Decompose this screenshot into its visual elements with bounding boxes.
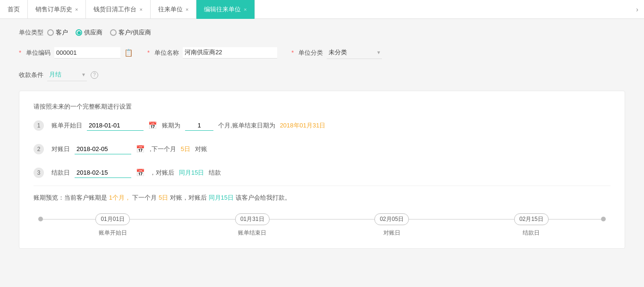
timeline-start-dot (38, 217, 43, 221)
step-3-label: 结款日 (51, 169, 70, 177)
step-1-row: 1 账单开始日 📅 账期为 个月,账单结束日期为 2018年01月31日 (34, 120, 610, 131)
code-required: * (19, 49, 21, 56)
step-3-desc1: ，对账后 (150, 169, 174, 177)
step-1-period-end: 2018年01月31日 (280, 121, 326, 130)
category-dropdown-icon: ▾ (377, 49, 380, 56)
step-1-date-input[interactable] (87, 120, 144, 131)
timeline-node-1: 01月01日 账单开始日 (43, 213, 183, 237)
radio-customer-label: 客户 (56, 28, 68, 37)
tab-bar: 首页 销售订单历史 × 钱货日清工作台 × 往来单位 × 编辑往来单位 × › (0, 0, 644, 19)
tab-sales-history-close[interactable]: × (75, 7, 78, 12)
unit-type-group: 单位类型 客户 供应商 客户/供应商 (19, 28, 151, 37)
step-1-calendar-icon[interactable]: 📅 (148, 121, 157, 130)
tab-edit-partner[interactable]: 编辑往来单位 × (196, 0, 254, 19)
tab-edit-partner-close[interactable]: × (244, 7, 246, 12)
code-name-category-row: * 单位编码 📋 * 单位名称 * 单位分类 未分类 ▾ (19, 46, 625, 59)
code-calendar-icon[interactable]: 📋 (124, 49, 133, 57)
code-input[interactable] (54, 47, 120, 59)
step-1-number: 1 (34, 120, 44, 131)
tab-arrow[interactable]: › (630, 6, 644, 13)
tab-edit-partner-label: 编辑往来单位 (204, 5, 241, 14)
timeline-node-2: 01月31日 账单结束日 (183, 213, 322, 237)
preview-prefix: 账期预览：当前客户账期是 (34, 194, 107, 201)
timeline: 01月01日 账单开始日 01月31日 账单结束日 02月05日 对账日 02月… (34, 213, 610, 237)
unit-type-row: 单位类型 客户 供应商 客户/供应商 (19, 28, 625, 37)
payment-group: 收款条件 月结 ▾ ? (19, 68, 98, 81)
code-group: * 单位编码 📋 (19, 47, 133, 59)
timeline-node-2-label: 账单结束日 (238, 229, 266, 237)
main-content: 单位类型 客户 供应商 客户/供应商 * 单位编码 (0, 19, 644, 258)
step-2-date-input[interactable] (75, 144, 131, 154)
category-label: 单位分类 (298, 49, 323, 57)
preview-orange2: 5日 (159, 194, 168, 201)
preview-section: 账期预览：当前客户账期是 1个月， 下一个月 5日 对账，对账后 同月15日 该… (34, 186, 610, 237)
step-3-content: 结款日 📅 ，对账后 同月15日 结款 (51, 168, 221, 178)
tab-partner[interactable]: 往来单位 × (151, 0, 196, 19)
payment-label: 收款条件 (19, 71, 43, 79)
payment-help-icon[interactable]: ? (91, 71, 98, 79)
step-3-desc2: 结款 (209, 169, 221, 177)
name-required: * (147, 49, 150, 56)
payment-value: 月结 (49, 70, 61, 79)
preview-teal: 同月15日 (209, 194, 234, 201)
tab-sales-history[interactable]: 销售订单历史 × (28, 0, 86, 19)
timeline-node-2-date: 01月31日 (235, 213, 270, 225)
timeline-end-dot (601, 217, 606, 221)
timeline-node-3: 02月05日 对账日 (322, 213, 462, 237)
step-2-desc-orange: 5日 (181, 145, 190, 153)
category-select[interactable]: 未分类 ▾ (327, 46, 382, 59)
unit-type-label: 单位类型 (19, 28, 43, 37)
tab-cash-work[interactable]: 钱货日清工作台 × (86, 0, 150, 19)
step-2-desc1: ,下一个月 (150, 145, 176, 153)
timeline-node-1-date: 01月01日 (95, 213, 130, 225)
timeline-node-3-label: 对账日 (383, 229, 400, 237)
category-group: * 单位分类 未分类 ▾ (291, 46, 382, 59)
category-value: 未分类 (329, 48, 347, 57)
tab-home[interactable]: 首页 (0, 0, 28, 19)
radio-group: 客户 供应商 客户/供应商 (47, 28, 151, 37)
timeline-node-4-label: 结款日 (523, 229, 540, 237)
category-required: * (291, 49, 294, 56)
step-1-content: 账单开始日 📅 账期为 个月,账单结束日期为 2018年01月31日 (51, 120, 325, 131)
step-3-desc-teal: 同月15日 (179, 169, 204, 177)
preview-middle2: 对账，对账后 (170, 194, 207, 201)
step-3-date-input[interactable] (75, 168, 131, 178)
tab-cash-work-close[interactable]: × (139, 7, 142, 12)
radio-supplier-circle (76, 29, 82, 36)
preview-orange1: 1个月， (109, 194, 131, 201)
radio-supplier[interactable]: 供应商 (76, 28, 102, 37)
step-1-period-unit: 个月,账单结束日期为 (218, 121, 275, 130)
step-2-row: 2 对账日 📅 ,下一个月 5日 对账 (34, 144, 610, 154)
radio-both-label: 客户/供应商 (119, 28, 151, 37)
step-2-number: 2 (34, 144, 44, 154)
step-1-period-label: 账期为 (162, 121, 180, 130)
name-group: * 单位名称 (147, 47, 277, 59)
radio-both[interactable]: 客户/供应商 (110, 28, 151, 37)
step-2-calendar-icon[interactable]: 📅 (136, 145, 145, 153)
step-3-number: 3 (34, 168, 44, 178)
step-1-period-input[interactable] (185, 120, 213, 131)
radio-customer[interactable]: 客户 (47, 28, 68, 37)
payment-dropdown-icon: ▾ (82, 71, 85, 78)
preview-suffix: 该客户会给我打款。 (236, 194, 291, 201)
tab-partner-close[interactable]: × (186, 7, 188, 12)
tab-home-label: 首页 (8, 5, 20, 14)
timeline-node-1-label: 账单开始日 (99, 229, 127, 237)
preview-middle: 下一个月 (132, 194, 157, 201)
timeline-node-4-date: 02月15日 (514, 213, 549, 225)
step-3-calendar-icon[interactable]: 📅 (136, 169, 145, 177)
tab-sales-history-label: 销售订单历史 (35, 5, 72, 14)
name-input[interactable] (183, 47, 277, 59)
payment-select[interactable]: 月结 ▾ (47, 68, 87, 81)
timeline-node-4: 02月15日 结款日 (462, 213, 602, 237)
step-2-label: 对账日 (51, 145, 70, 153)
tab-partner-label: 往来单位 (158, 5, 183, 14)
panel-title: 请按照未来的一个完整帐期进行设置 (34, 102, 610, 111)
radio-supplier-label: 供应商 (84, 28, 102, 37)
name-label: 单位名称 (154, 49, 179, 57)
settings-panel: 请按照未来的一个完整帐期进行设置 1 账单开始日 📅 账期为 个月,账单结束日期… (19, 91, 625, 249)
step-1-label: 账单开始日 (51, 121, 82, 130)
step-2-content: 对账日 📅 ,下一个月 5日 对账 (51, 144, 207, 154)
payment-row: 收款条件 月结 ▾ ? (19, 68, 625, 81)
step-3-row: 3 结款日 📅 ，对账后 同月15日 结款 (34, 168, 610, 178)
